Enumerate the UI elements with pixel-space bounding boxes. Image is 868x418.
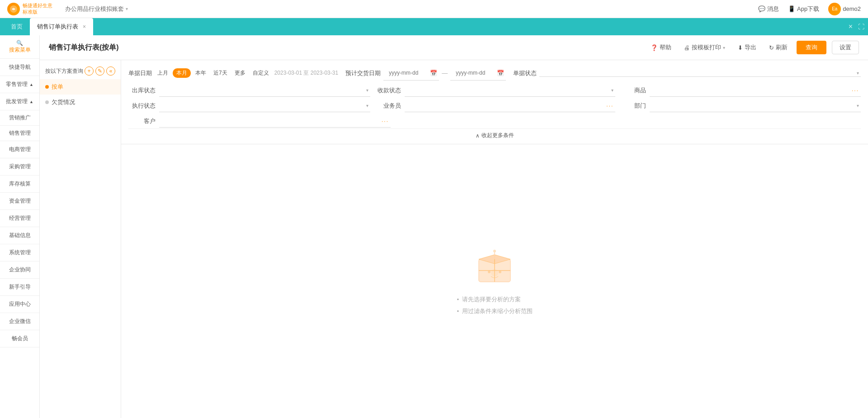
exec-status-field[interactable]: ▾: [159, 100, 370, 112]
sidebar-item-shortcut[interactable]: 快捷导航: [0, 59, 39, 76]
date-tab-last-month[interactable]: 上月: [155, 68, 171, 78]
edit-scheme-button[interactable]: ✎: [95, 66, 104, 76]
settings-button[interactable]: 设置: [832, 41, 859, 54]
payment-label: 收款状态: [374, 86, 401, 95]
stockout-field[interactable]: ▾: [159, 84, 370, 97]
customer-label: 客户: [128, 117, 156, 125]
refresh-button[interactable]: ↻ 刷新: [765, 42, 791, 53]
customer-field[interactable]: ···: [159, 115, 391, 128]
add-scheme-button[interactable]: +: [85, 66, 94, 76]
date-tab-7days[interactable]: 近7天: [211, 68, 230, 78]
date-label: 单据日期: [128, 69, 152, 77]
search-icon: 🔍: [4, 40, 36, 46]
date-tab-more[interactable]: 更多: [232, 68, 248, 78]
query-button[interactable]: 查询: [797, 41, 826, 54]
sidebar-item-retail[interactable]: 零售管理 ▲: [0, 76, 39, 93]
export-button[interactable]: ⬇ 导出: [734, 42, 760, 53]
scheme-item-single[interactable]: 按单: [40, 79, 121, 95]
collapse-filter-button[interactable]: ∧ 收起更多条件: [128, 128, 861, 142]
page-title: 销售订单执行表(按单): [49, 43, 119, 52]
status-field[interactable]: ▾: [539, 70, 861, 77]
content-area: 销售订单执行表(按单) ❓ 帮助 🖨 按模板打印 ▾ ⬇ 导出 ↻ 刷新: [40, 35, 868, 418]
logo-icon: [7, 3, 20, 15]
message-icon: 💬: [758, 5, 765, 12]
filter-row-dates: 单据日期 上月 本月 本年 近7天 更多 自定义 2023-03-01 至 20…: [128, 66, 861, 81]
date-range-display: 2023-03-01 至 2023-03-31: [274, 69, 338, 77]
date-separator: —: [442, 70, 448, 76]
sidebar-item-operations[interactable]: 经营管理: [0, 210, 39, 227]
close-window-icon[interactable]: ×: [849, 23, 853, 31]
sidebar-item-marketing[interactable]: 营销推广: [0, 110, 39, 126]
goods-label: 商品: [619, 86, 646, 95]
expected-date-to-input[interactable]: [452, 66, 495, 79]
page-actions: ❓ 帮助 🖨 按模板打印 ▾ ⬇ 导出 ↻ 刷新 查询 设置: [647, 41, 859, 54]
breadcrumb[interactable]: 办公用品行业模拟账套 ▾: [65, 5, 128, 13]
dept-field[interactable]: ▾: [650, 100, 861, 112]
tab-close-icon[interactable]: ×: [83, 24, 86, 30]
logo-area: 畅捷通好生意 标准版: [7, 3, 52, 15]
message-button[interactable]: 💬 消息: [758, 5, 779, 13]
payment-field[interactable]: ▾: [405, 84, 616, 97]
exec-status-label: 执行状态: [128, 102, 156, 110]
page-header: 销售订单执行表(按单) ❓ 帮助 🖨 按模板打印 ▾ ⬇ 导出 ↻ 刷新: [40, 35, 868, 60]
sidebar-item-basic[interactable]: 基础信息: [0, 227, 39, 244]
calendar-icon-to[interactable]: 📅: [497, 70, 504, 76]
salesperson-label: 业务员: [374, 102, 401, 110]
header-left: 畅捷通好生意 标准版 办公用品行业模拟账套 ▾: [7, 3, 128, 15]
sidebar-item-enterprise-wechat[interactable]: 企业微信: [0, 313, 39, 330]
svg-point-6: [491, 269, 498, 276]
date-tab-this-month[interactable]: 本月: [173, 68, 191, 78]
filter-row-4: 客户 ···: [128, 115, 861, 128]
left-panel-header: 按以下方案查询 + ✎ «: [40, 65, 121, 79]
sidebar-item-finance[interactable]: 资金管理: [0, 193, 39, 210]
sidebar-item-member[interactable]: 畅会员: [0, 330, 39, 347]
tab-bar: 首页 销售订单执行表 × × ⛶: [0, 18, 868, 35]
filter-row2-wrapper: 出库状态 ▾ 收款状态 ▾ 商品 ···: [128, 84, 861, 128]
payment-chevron: ▾: [611, 88, 613, 93]
empty-state-illustration: [470, 246, 519, 286]
scheme-item-backorder[interactable]: 欠货情况: [40, 95, 121, 110]
sidebar-item-appcenter[interactable]: 应用中心: [0, 296, 39, 313]
fullscreen-icon[interactable]: ⛶: [858, 23, 864, 30]
collapse-icon: ∧: [476, 133, 480, 139]
sidebar-item-ecommerce[interactable]: 电商管理: [0, 141, 39, 158]
stockout-label: 出库状态: [128, 86, 156, 95]
expected-date-label: 预计交货日期: [345, 69, 381, 77]
svg-point-10: [493, 250, 496, 252]
sidebar-item-collab[interactable]: 企业协同: [0, 261, 39, 279]
header-right: 💬 消息 📱 App下载 Ea demo2: [758, 3, 861, 15]
print-button[interactable]: 🖨 按模板打印 ▾: [680, 42, 729, 53]
inactive-dot: [45, 100, 49, 104]
svg-point-8: [499, 271, 501, 273]
app-download-button[interactable]: 📱 App下载: [788, 5, 819, 13]
expected-date-from-input[interactable]: [385, 66, 428, 79]
customer-dots: ···: [382, 118, 389, 124]
expected-date-from: 📅: [383, 66, 439, 81]
sidebar-item-purchase[interactable]: 采购管理: [0, 158, 39, 176]
date-tab-custom[interactable]: 自定义: [250, 68, 272, 78]
salesperson-field[interactable]: ···: [405, 100, 616, 112]
help-button[interactable]: ❓ 帮助: [647, 42, 675, 53]
search-menu[interactable]: 🔍 搜索菜单: [0, 35, 39, 59]
calendar-icon-from[interactable]: 📅: [430, 70, 437, 76]
tab-sales-order[interactable]: 销售订单执行表 ×: [30, 18, 93, 35]
sidebar-item-sales[interactable]: 销售管理: [0, 126, 39, 141]
date-filter-group: 单据日期 上月 本月 本年 近7天 更多 自定义 2023-03-01 至 20…: [128, 68, 338, 78]
status-label: 单据状态: [513, 69, 537, 77]
collapse-panel-button[interactable]: «: [106, 66, 115, 76]
print-dropdown-icon: ▾: [723, 45, 725, 50]
sidebar-item-system[interactable]: 系统管理: [0, 244, 39, 261]
dept-label: 部门: [619, 102, 646, 110]
main-layout: 🔍 搜索菜单 快捷导航 零售管理 ▲ 批发管理 ▲ 营销推广 销售管理 电商管理…: [0, 35, 868, 418]
date-tab-this-year[interactable]: 本年: [193, 68, 209, 78]
tab-home[interactable]: 首页: [4, 18, 30, 35]
sidebar-item-wholesale[interactable]: 批发管理 ▲: [0, 93, 39, 110]
dept-chevron: ▾: [857, 103, 859, 108]
svg-point-7: [488, 271, 491, 273]
stockout-chevron: ▾: [366, 88, 368, 93]
sidebar-item-inventory[interactable]: 库存核算: [0, 176, 39, 193]
goods-field[interactable]: ···: [650, 84, 861, 97]
user-menu[interactable]: Ea demo2: [828, 3, 861, 15]
sidebar-item-newguide[interactable]: 新手引导: [0, 279, 39, 296]
empty-tip-1: 请先选择要分析的方案: [457, 294, 532, 305]
